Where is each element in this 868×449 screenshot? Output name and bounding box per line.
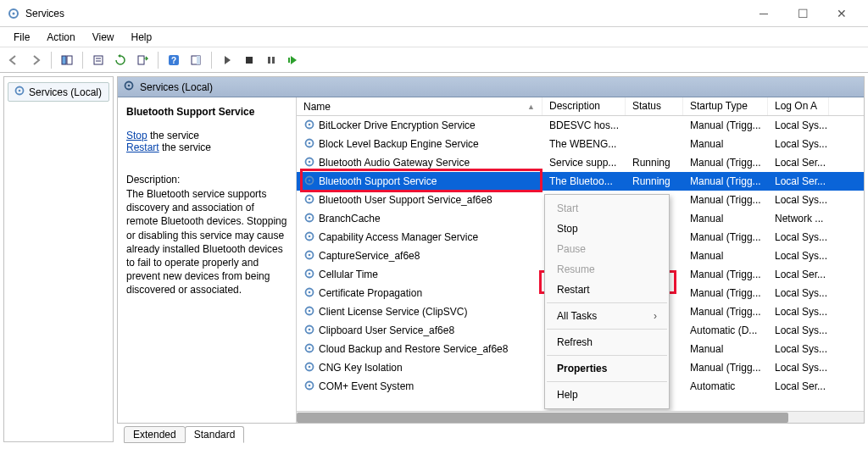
svg-point-21 xyxy=(309,123,311,125)
gear-icon xyxy=(303,342,315,357)
column-status[interactable]: Status xyxy=(626,97,683,115)
service-startup: Manual (Trigg... xyxy=(683,287,768,299)
description-label: Description: xyxy=(126,174,287,186)
service-name: Clipboard User Service_af6e8 xyxy=(319,324,454,336)
service-name: Bluetooth Audio Gateway Service xyxy=(319,157,470,169)
restart-icon[interactable] xyxy=(283,50,303,70)
service-startup: Manual (Trigg... xyxy=(683,175,768,187)
service-startup: Manual xyxy=(683,138,768,150)
stop-link[interactable]: Stop xyxy=(126,130,147,141)
gear-icon xyxy=(123,80,135,94)
help-button[interactable]: ? xyxy=(164,50,184,70)
service-logon: Local Sys... xyxy=(768,231,829,243)
service-startup: Manual (Trigg... xyxy=(683,362,768,374)
service-startup: Manual (Trigg... xyxy=(683,157,768,169)
forward-button[interactable] xyxy=(25,50,46,70)
service-name: BranchCache xyxy=(319,213,381,224)
minimize-button[interactable]: ─ xyxy=(744,0,783,27)
selected-service-name: Bluetooth Support Service xyxy=(126,106,287,118)
service-startup: Manual (Trigg... xyxy=(683,119,768,131)
ctx-all-tasks[interactable]: All Tasks› xyxy=(545,306,669,326)
tree-root-item[interactable]: Services (Local) xyxy=(8,82,109,102)
pause-icon[interactable] xyxy=(261,50,281,70)
tab-extended[interactable]: Extended xyxy=(124,426,186,443)
svg-rect-13 xyxy=(268,57,270,64)
show-hide-tree-button[interactable] xyxy=(57,50,77,70)
column-headers: Name▲ Description Status Startup Type Lo… xyxy=(297,97,864,116)
gear-icon xyxy=(303,380,315,394)
stop-icon[interactable] xyxy=(239,50,259,70)
properties-button[interactable] xyxy=(88,50,108,70)
gear-icon xyxy=(14,85,25,99)
maximize-button[interactable]: ☐ xyxy=(783,0,822,27)
service-logon: Network ... xyxy=(768,213,829,224)
service-startup: Automatic xyxy=(683,380,768,392)
service-name: Bluetooth User Support Service_af6e8 xyxy=(319,194,492,206)
service-desc: BDESVC hos... xyxy=(542,119,626,131)
service-name: Cloud Backup and Restore Service_af6e8 xyxy=(319,343,508,355)
service-name: Capability Access Manager Service xyxy=(319,231,478,243)
service-logon: Local Sys... xyxy=(768,287,829,299)
service-logon: Local Sys... xyxy=(768,138,829,150)
view-tabs: Extended Standard xyxy=(117,424,865,442)
svg-rect-3 xyxy=(67,56,72,64)
menu-action[interactable]: Action xyxy=(38,28,83,47)
ctx-pause: Pause xyxy=(545,239,669,259)
close-button[interactable]: ✕ xyxy=(822,0,861,27)
menu-help[interactable]: Help xyxy=(123,28,161,47)
export-button[interactable] xyxy=(132,50,153,70)
service-name: Certificate Propagation xyxy=(319,287,422,299)
service-name: Block Level Backup Engine Service xyxy=(319,138,479,150)
service-desc: Service supp... xyxy=(542,157,626,169)
menu-view[interactable]: View xyxy=(84,28,123,47)
tab-standard[interactable]: Standard xyxy=(185,426,245,443)
restart-link[interactable]: Restart xyxy=(126,141,159,153)
title-bar: Services ─ ☐ ✕ xyxy=(0,0,868,27)
service-startup: Manual xyxy=(683,343,768,355)
column-description[interactable]: Description xyxy=(542,97,626,115)
service-startup: Manual xyxy=(683,213,768,224)
svg-point-27 xyxy=(309,179,311,181)
service-row[interactable]: Bluetooth Audio Gateway ServiceService s… xyxy=(297,153,864,172)
chevron-right-icon: › xyxy=(654,310,657,322)
service-row[interactable]: Bluetooth Support ServiceThe Bluetoo...R… xyxy=(297,172,864,191)
ctx-resume: Resume xyxy=(545,259,669,280)
ctx-help[interactable]: Help xyxy=(545,385,669,405)
svg-point-35 xyxy=(309,253,311,256)
sort-indicator-icon: ▲ xyxy=(527,103,535,111)
service-row[interactable]: BitLocker Drive Encryption ServiceBDESVC… xyxy=(297,116,864,135)
horizontal-scrollbar[interactable] xyxy=(297,411,864,423)
gear-icon xyxy=(303,268,315,282)
ctx-properties[interactable]: Properties xyxy=(545,358,669,379)
service-name: BitLocker Drive Encryption Service xyxy=(319,119,476,131)
action-pane-button[interactable] xyxy=(186,50,206,70)
svg-point-41 xyxy=(309,309,311,312)
tree-root-label: Services (Local) xyxy=(29,86,102,98)
back-button[interactable] xyxy=(3,50,24,70)
refresh-button[interactable] xyxy=(110,50,131,70)
svg-point-45 xyxy=(309,346,311,349)
view-header-title: Services (Local) xyxy=(140,81,213,93)
toolbar: ? xyxy=(0,47,868,73)
service-row[interactable]: Block Level Backup Engine ServiceThe WBE… xyxy=(297,135,864,153)
gear-icon xyxy=(303,119,315,133)
detail-pane: Bluetooth Support Service Stop the servi… xyxy=(118,97,296,423)
service-logon: Local Sys... xyxy=(768,250,829,262)
ctx-refresh[interactable]: Refresh xyxy=(545,332,669,352)
menu-file[interactable]: File xyxy=(5,28,38,47)
window-title: Services xyxy=(25,8,744,19)
ctx-stop[interactable]: Stop xyxy=(545,219,669,239)
svg-rect-2 xyxy=(62,56,66,64)
column-logon[interactable]: Log On A xyxy=(768,97,829,115)
content-area: Services (Local) Services (Local) Blueto… xyxy=(0,73,868,446)
ctx-restart[interactable]: Restart xyxy=(545,280,669,300)
stop-service-line: Stop the service xyxy=(126,130,287,141)
scrollbar-thumb[interactable] xyxy=(297,413,788,423)
svg-point-37 xyxy=(309,272,311,274)
svg-rect-4 xyxy=(94,56,103,64)
column-name[interactable]: Name▲ xyxy=(297,97,542,115)
play-icon[interactable] xyxy=(217,50,237,70)
column-startup[interactable]: Startup Type xyxy=(683,97,768,115)
context-menu: Start Stop Pause Resume Restart All Task… xyxy=(544,194,670,409)
svg-point-19 xyxy=(128,85,131,87)
